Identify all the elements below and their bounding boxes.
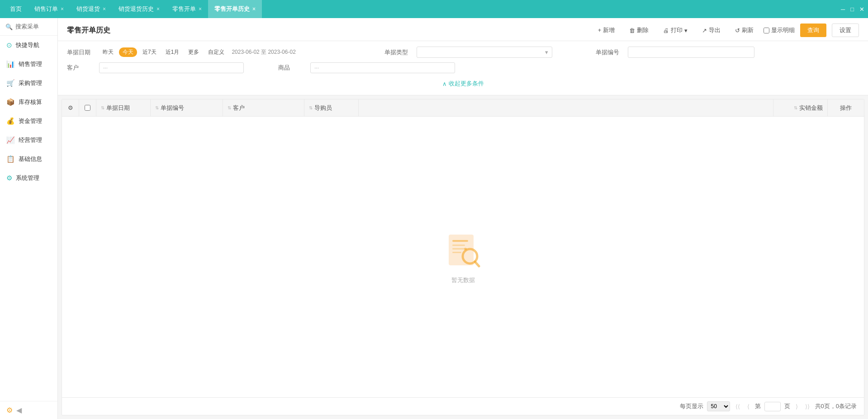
th-guide-label: 导购员 [314, 104, 332, 112]
date-btn-last7[interactable]: 近7天 [139, 47, 160, 57]
toolbar: + 新增 🗑 删除 🖨 打印 ▾ ↗ 导出 ↺ 刷新 [593, 24, 859, 37]
customer-select[interactable]: ··· [99, 62, 244, 73]
page-number-input[interactable]: 1 [764, 402, 781, 411]
sidebar-item-system[interactable]: ⚙ 系统管理 [0, 169, 57, 188]
prev-page-button[interactable]: ⟨ [745, 402, 751, 411]
filter-row-2: 客户 ··· 商品 ··· [67, 62, 859, 73]
quick-nav-icon: ⊙ [6, 41, 12, 49]
close-retail-open-icon[interactable]: × [199, 6, 202, 12]
page-title: 零售开单历史 [67, 26, 110, 35]
close-sales-return-icon[interactable]: × [103, 6, 106, 12]
sidebar-item-purchase-mgmt-label: 采购管理 [19, 79, 42, 87]
filter-area: 单据日期 昨天 今天 近7天 近1月 更多 自定义 2023-06-02 至 2… [58, 41, 868, 95]
sidebar-item-purchase-mgmt[interactable]: 🛒 采购管理 [0, 74, 57, 93]
th-date-sort-icon: ⇅ [101, 105, 104, 110]
next-page-button[interactable]: ⟩ [794, 402, 800, 411]
print-button[interactable]: 🖨 打印 ▾ [659, 24, 692, 36]
tab-sales-return-history[interactable]: 销货退货历史 × [112, 0, 166, 18]
date-btn-more[interactable]: 更多 [185, 47, 203, 57]
sidebar-item-operations[interactable]: 📈 经营管理 [0, 131, 57, 150]
tab-retail-open-history[interactable]: 零售开单历史 × [208, 0, 262, 18]
settings-gear-icon[interactable]: ⚙ [6, 406, 13, 414]
filter-row-1: 单据日期 昨天 今天 近7天 近1月 更多 自定义 2023-06-02 至 2… [67, 47, 859, 58]
page-total: 共0页，0条记录 [815, 402, 857, 410]
minimize-icon[interactable]: ─ [841, 6, 845, 13]
sidebar-item-basic-info-label: 基础信息 [19, 155, 42, 163]
refresh-label: 刷新 [742, 26, 754, 34]
close-sales-return-history-icon[interactable]: × [157, 6, 160, 12]
th-action: 操作 [828, 99, 864, 116]
th-date[interactable]: ⇅ 单据日期 [96, 99, 151, 116]
date-buttons: 昨天 今天 近7天 近1月 更多 自定义 2023-06-02 至 2023-0… [99, 47, 296, 57]
select-all-checkbox[interactable] [85, 105, 90, 111]
page-label: 第 [755, 402, 761, 410]
collapse-filters-btn[interactable]: ∧ 收起更多条件 [67, 78, 859, 89]
maximize-icon[interactable]: □ [850, 6, 854, 13]
th-customer[interactable]: ⇅ 客户 [223, 99, 304, 116]
date-btn-last1m[interactable]: 近1月 [162, 47, 183, 57]
close-retail-open-history-icon[interactable]: × [252, 6, 256, 12]
sidebar-item-finance[interactable]: 💰 资金管理 [0, 112, 57, 131]
th-customer-sort-icon: ⇅ [228, 105, 231, 110]
tab-sales-return[interactable]: 销货退货 × [70, 0, 112, 18]
svg-rect-4 [452, 252, 461, 253]
last-page-button[interactable]: ⟩⟩ [803, 402, 811, 411]
doc-type-select[interactable]: ▾ [417, 47, 552, 58]
tab-home-label: 首页 [10, 5, 22, 13]
collapse-icon: ∧ [442, 80, 447, 87]
th-order-no[interactable]: ⇅ 单据编号 [151, 99, 223, 116]
display-detail-checkbox[interactable] [764, 28, 769, 33]
top-nav: 首页 销售订单 × 销货退货 × 销货退货历史 × 零售开单 × 零售开单历史 … [0, 0, 868, 18]
th-action-label: 操作 [840, 104, 852, 112]
sidebar-item-quick-nav-label: 快捷导航 [16, 41, 39, 49]
sidebar-item-inventory[interactable]: 📦 库存核算 [0, 93, 57, 112]
per-page-select[interactable]: 50 20 100 [707, 401, 730, 411]
product-label: 商品 [278, 64, 303, 72]
query-button[interactable]: 查询 [800, 24, 826, 37]
export-label: 导出 [709, 26, 721, 34]
operations-icon: 📈 [6, 136, 15, 144]
tab-sales-order-label: 销售订单 [34, 5, 58, 13]
th-settings[interactable]: ⚙ [62, 99, 79, 116]
delete-button[interactable]: 🗑 删除 [625, 24, 653, 36]
date-btn-custom[interactable]: 自定义 [204, 47, 228, 57]
add-button[interactable]: + 新增 [593, 24, 619, 36]
finance-icon: 💰 [6, 117, 15, 125]
refresh-button[interactable]: ↺ 刷新 [730, 24, 758, 36]
doc-type-label: 单据类型 [384, 48, 409, 56]
sidebar-search[interactable]: 🔍 搜索采单 [0, 18, 57, 36]
th-amount[interactable]: ⇅ 实销金额 [773, 99, 828, 116]
window-controls: ─ □ ✕ [841, 6, 864, 13]
th-customer-label: 客户 [233, 104, 245, 112]
close-window-icon[interactable]: ✕ [859, 6, 864, 13]
customer-ellipsis: ··· [103, 65, 108, 71]
th-guide[interactable]: ⇅ 导购员 [304, 99, 359, 116]
sidebar-item-basic-info[interactable]: 📋 基础信息 [0, 150, 57, 169]
first-page-button[interactable]: ⟨⟨ [734, 402, 742, 411]
export-button[interactable]: ↗ 导出 [697, 24, 725, 36]
display-detail-container: 显示明细 [764, 26, 795, 34]
date-btn-yesterday[interactable]: 昨天 [99, 47, 117, 57]
close-sales-order-icon[interactable]: × [61, 6, 64, 12]
sidebar-item-sales-mgmt[interactable]: 📊 销售管理 [0, 55, 57, 74]
svg-point-7 [464, 248, 467, 250]
tab-home[interactable]: 首页 [4, 0, 28, 18]
sidebar-search-label: 搜索采单 [15, 23, 39, 31]
inventory-icon: 📦 [6, 98, 15, 106]
th-amount-sort-icon: ⇅ [794, 105, 797, 110]
date-btn-today[interactable]: 今天 [119, 47, 137, 57]
th-date-label: 单据日期 [106, 104, 130, 112]
th-check [79, 99, 96, 116]
tab-sales-order[interactable]: 销售订单 × [28, 0, 70, 18]
svg-rect-2 [452, 245, 465, 246]
tab-retail-open[interactable]: 零售开单 × [166, 0, 208, 18]
empty-icon [441, 230, 486, 271]
empty-state: 暂无数据 [62, 117, 864, 397]
filter-settings-button[interactable]: 设置 [832, 24, 859, 37]
product-select[interactable]: ··· [310, 62, 455, 73]
page-suffix: 页 [784, 402, 790, 410]
sidebar-item-quick-nav[interactable]: ⊙ 快捷导航 [0, 36, 57, 55]
doc-number-input[interactable] [628, 47, 754, 58]
print-icon: 🖨 [663, 27, 669, 34]
sidebar-collapse-icon[interactable]: ◀ [16, 406, 22, 414]
